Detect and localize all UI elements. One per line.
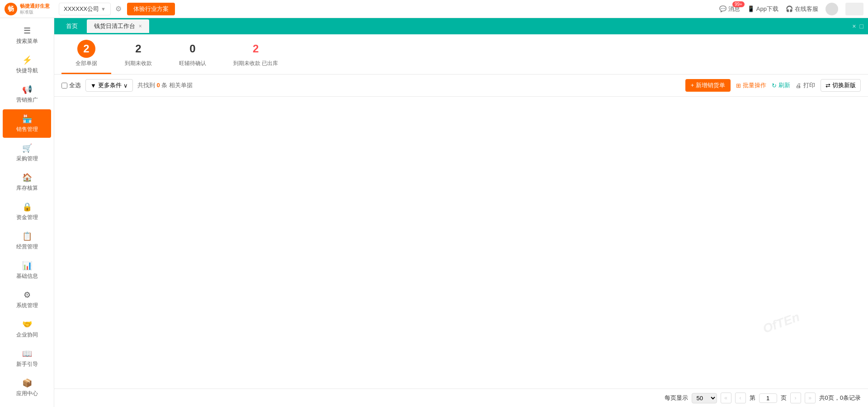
print-label: 打印 (803, 81, 815, 89)
tab-qianhuoriQing[interactable]: 钱货日清工作台 × (87, 19, 149, 33)
app-download-label: App下载 (756, 5, 778, 13)
company-name: XXXXXX公司 (64, 5, 99, 13)
stat-tab-all[interactable]: 2 全部单据 (61, 34, 111, 74)
app-logo-icon: 畅 (5, 3, 17, 15)
tab-bar-actions: × □ (852, 23, 863, 30)
sidebar-label-marketing: 营销推广 (16, 96, 38, 104)
tab-close-icon[interactable]: × (139, 23, 142, 29)
next-page-btn[interactable]: › (790, 393, 801, 403)
sidebar-item-inventory[interactable]: 🏠 库存核算 (3, 168, 51, 196)
company-selector[interactable]: XXXXXX公司 ▼ (59, 3, 111, 15)
sidebar-label-quick-nav: 快捷导航 (16, 67, 38, 75)
stat-label-overdue-ship: 到期未收款 已出库 (233, 60, 278, 67)
stat-tab-overdue-ship[interactable]: 2 到期未收款 已出库 (220, 34, 292, 74)
stat-number-wang-pending: 0 (184, 40, 202, 58)
message-icon: 💬 (719, 5, 726, 12)
refresh-btn[interactable]: ↻ 刷新 (772, 81, 790, 89)
stat-number-overdue-pay: 2 (129, 40, 147, 58)
last-page-btn[interactable]: » (805, 393, 816, 403)
switch-version-btn[interactable]: ⇄ 切换新版 (821, 79, 861, 92)
toolbar: 全选 ▼ 更多条件 ∨ 共找到 0 条 相关单据 + 新增销货单 (54, 75, 868, 97)
phone-icon: 📱 (747, 5, 755, 12)
messages-badge: 99+ (732, 1, 745, 7)
sidebar-item-system[interactable]: ⚙ 系统管理 (3, 285, 51, 314)
sidebar-item-sales[interactable]: 🏪 销售管理 (3, 109, 51, 138)
sidebar-item-purchase[interactable]: 🛒 采购管理 (3, 139, 51, 167)
stat-label-wang-pending: 旺辅待确认 (179, 60, 206, 67)
tab-home-label: 首页 (66, 23, 78, 29)
top-header: 畅 畅捷通好生意 标准版 XXXXXX公司 ▼ ⚙ 体验行业方案 💬 消息 99… (0, 0, 868, 18)
prev-page-btn[interactable]: ‹ (735, 393, 746, 403)
sidebar-item-marketing[interactable]: 📢 营销推广 (3, 80, 51, 108)
logo-text: 畅捷通好生意 标准版 (20, 3, 50, 15)
print-btn[interactable]: 🖨 打印 (796, 81, 815, 89)
print-icon: 🖨 (796, 82, 802, 89)
first-page-btn[interactable]: « (721, 393, 731, 403)
user-name-area (845, 3, 863, 15)
sidebar-label-sales: 销售管理 (16, 126, 38, 133)
select-all-text: 全选 (69, 81, 81, 89)
settings-icon[interactable]: ⚙ (115, 5, 122, 13)
new-sale-btn[interactable]: + 新增销货单 (685, 79, 731, 92)
per-page-select[interactable]: 50 100 200 (692, 393, 717, 403)
header-right: 💬 消息 99+ 📱 App下载 🎧 在线客服 (719, 3, 863, 15)
pagination: 每页显示 50 100 200 « ‹ 第 页 › » 共0页，0条记录 (54, 388, 868, 407)
found-count: 0 (157, 82, 160, 89)
sidebar-item-quick-nav[interactable]: ⚡ 快捷导航 (3, 51, 51, 79)
stat-label-overdue-pay: 到期未收款 (125, 60, 152, 67)
stat-tab-overdue-pay[interactable]: 2 到期未收款 (111, 34, 165, 74)
tab-close-window-icon[interactable]: × (852, 23, 856, 30)
stat-tab-wang-pending[interactable]: 0 旺辅待确认 (165, 34, 220, 74)
toolbar-right: + 新增销货单 ⊞ 批量操作 ↻ 刷新 🖨 打印 ⇄ (685, 79, 861, 92)
sidebar-item-basic-info[interactable]: 📊 基础信息 (3, 256, 51, 285)
logo-area: 畅 畅捷通好生意 标准版 (5, 3, 59, 15)
app-download-item[interactable]: 📱 App下载 (747, 5, 778, 13)
sales-icon: 🏪 (22, 114, 32, 124)
batch-ops-icon: ⊞ (736, 82, 741, 89)
more-filters-label: 更多条件 (98, 81, 122, 89)
sidebar-item-wechat[interactable]: 💬 企业微信 (3, 403, 51, 407)
sidebar-label-system: 系统管理 (16, 302, 38, 309)
sidebar-label-inventory: 库存核算 (16, 184, 38, 192)
online-service-item[interactable]: 🎧 在线客服 (786, 5, 818, 13)
sidebar-label-search-menu: 搜索菜单 (16, 37, 38, 45)
table-area (54, 97, 868, 388)
more-filters-btn[interactable]: ▼ 更多条件 ∨ (85, 79, 133, 92)
sidebar-item-cooperation[interactable]: 🤝 企业协同 (3, 315, 51, 343)
trial-btn[interactable]: 体验行业方案 (127, 3, 175, 15)
stat-label-all: 全部单据 (75, 60, 97, 67)
switch-icon: ⇄ (826, 82, 830, 89)
filter-icon: ▼ (90, 82, 96, 89)
sidebar-item-guide[interactable]: 📖 新手引导 (3, 344, 51, 373)
stat-number-overdue-ship: 2 (247, 40, 265, 58)
logo-line2: 标准版 (20, 9, 50, 15)
cooperation-icon: 🤝 (22, 319, 32, 329)
select-all-label[interactable]: 全选 (61, 81, 81, 89)
page-label: 第 (750, 394, 755, 402)
refresh-label: 刷新 (778, 81, 790, 89)
select-all-checkbox[interactable] (61, 83, 67, 89)
sidebar-item-app-center[interactable]: 📦 应用中心 (3, 374, 51, 402)
sidebar-item-search-menu[interactable]: ☰ 搜索菜单 (3, 21, 51, 50)
tab-restore-icon[interactable]: □ (860, 23, 863, 30)
main-layout: ☰ 搜索菜单 ⚡ 快捷导航 📢 营销推广 🏪 销售管理 🛒 采购管理 🏠 库存核… (0, 18, 868, 407)
company-dropdown-arrow: ▼ (101, 6, 106, 12)
toolbar-left: 全选 ▼ 更多条件 ∨ 共找到 0 条 相关单据 (61, 79, 193, 92)
inventory-icon: 🏠 (22, 173, 32, 182)
finance-icon: 🔒 (22, 202, 32, 212)
found-prefix: 共找到 (137, 82, 155, 89)
tab-home[interactable]: 首页 (59, 19, 85, 33)
page-input[interactable] (759, 393, 777, 403)
user-avatar[interactable] (826, 3, 838, 15)
basic-info-icon: 📊 (22, 261, 32, 271)
sidebar-item-finance[interactable]: 🔒 资金管理 (3, 197, 51, 226)
content-area: 首页 钱货日清工作台 × × □ 2 全部单据 2 到期未收款 (54, 18, 868, 407)
filter-dropdown-icon: ∨ (123, 82, 128, 89)
batch-ops-btn[interactable]: ⊞ 批量操作 (736, 81, 766, 89)
sidebar-label-basic-info: 基础信息 (16, 272, 38, 280)
logo-line1: 畅捷通好生意 (20, 3, 50, 9)
sidebar-item-operations[interactable]: 📋 经营管理 (3, 227, 51, 255)
messages-item[interactable]: 💬 消息 99+ (719, 5, 740, 13)
sidebar: ☰ 搜索菜单 ⚡ 快捷导航 📢 营销推广 🏪 销售管理 🛒 采购管理 🏠 库存核… (0, 18, 54, 407)
quick-nav-icon: ⚡ (22, 55, 32, 65)
